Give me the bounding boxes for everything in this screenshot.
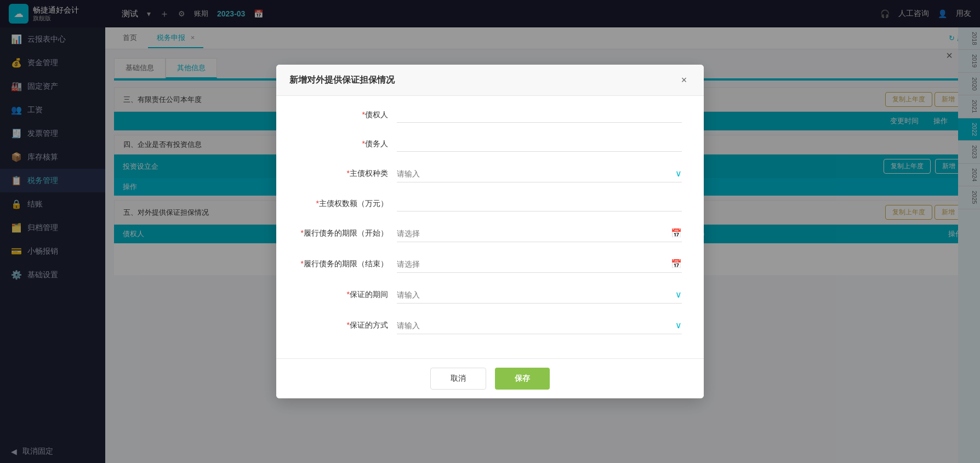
guarantee-period-label: *保证的期间	[298, 290, 397, 300]
modal-close-button[interactable]: ×	[677, 73, 691, 87]
claim-type-label: *主债权种类	[298, 169, 397, 179]
end-date-wrapper: 📅	[397, 255, 682, 273]
creditor-label: *债权人	[298, 110, 397, 120]
form-row-end-date: *履行债务的期限（结束） 📅	[298, 255, 682, 273]
guarantee-period-input[interactable]	[397, 290, 675, 299]
modal-footer: 取消 保存	[276, 358, 704, 398]
start-date-input[interactable]	[397, 229, 671, 238]
modal-overlay: 新增对外提供保证担保情况 × *债权人 *债务人 *	[0, 0, 980, 463]
modal-header: 新增对外提供保证担保情况 ×	[276, 65, 704, 96]
start-date-label: *履行债务的期限（开始）	[298, 228, 397, 238]
form-row-guarantee-method: *保证的方式 ∨	[298, 317, 682, 334]
claim-amount-input[interactable]	[397, 196, 682, 212]
claim-type-input[interactable]	[397, 169, 675, 178]
creditor-input[interactable]	[397, 107, 682, 123]
end-date-input[interactable]	[397, 260, 671, 268]
end-date-calendar-icon[interactable]: 📅	[671, 259, 682, 269]
start-date-wrapper: 📅	[397, 225, 682, 242]
modal-body: *债权人 *债务人 *主债权种类 ∨	[276, 96, 704, 358]
start-date-calendar-icon[interactable]: 📅	[671, 228, 682, 238]
end-date-label: *履行债务的期限（结束）	[298, 259, 397, 269]
cancel-button[interactable]: 取消	[430, 368, 486, 390]
guarantee-method-label: *保证的方式	[298, 321, 397, 330]
guarantee-method-select[interactable]: ∨	[397, 317, 682, 334]
debtor-input[interactable]	[397, 136, 682, 152]
form-row-debtor: *债务人	[298, 136, 682, 152]
debtor-label: *债务人	[298, 139, 397, 149]
save-button[interactable]: 保存	[495, 368, 550, 390]
modal-dialog: 新增对外提供保证担保情况 × *债权人 *债务人 *	[276, 65, 704, 398]
modal-title: 新增对外提供保证担保情况	[289, 75, 395, 86]
claim-type-dropdown-icon[interactable]: ∨	[675, 168, 682, 179]
claim-type-select[interactable]: ∨	[397, 165, 682, 182]
form-row-creditor: *债权人	[298, 107, 682, 123]
guarantee-period-dropdown-icon[interactable]: ∨	[675, 289, 682, 300]
guarantee-method-input[interactable]	[397, 321, 675, 330]
guarantee-method-dropdown-icon[interactable]: ∨	[675, 320, 682, 330]
form-row-claim-type: *主债权种类 ∨	[298, 165, 682, 182]
form-row-start-date: *履行债务的期限（开始） 📅	[298, 225, 682, 242]
guarantee-period-select[interactable]: ∨	[397, 286, 682, 304]
form-row-guarantee-period: *保证的期间 ∨	[298, 286, 682, 304]
form-row-claim-amount: *主债权数额（万元）	[298, 196, 682, 212]
claim-amount-label: *主债权数额（万元）	[298, 199, 397, 209]
